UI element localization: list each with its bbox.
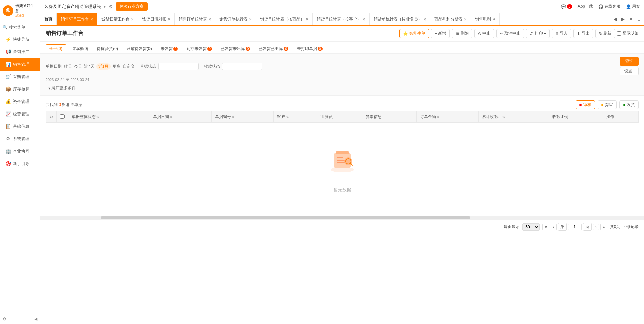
tab-scroll-right[interactable]: ▶ — [619, 16, 627, 22]
sidebar-item-corp[interactable]: 🏢 企业协同 — [0, 145, 40, 158]
smart-create-btn[interactable]: ⭐ 智能生单 — [399, 29, 429, 38]
stop-btn[interactable]: ⊘ 中止 — [474, 29, 494, 38]
tab-stat-product[interactable]: 销货单统计表（按商品） ✕ — [256, 13, 313, 25]
shortcut-1month[interactable]: 近1月 — [96, 63, 111, 70]
last-page-btn[interactable]: » — [600, 224, 607, 230]
subtab-all[interactable]: 全部(0) — [46, 44, 66, 53]
sidebar-item-system[interactable]: ⚙ 系统管理 — [0, 133, 40, 145]
delete-btn[interactable]: 🗑 删除 — [452, 29, 472, 38]
shortcut-yesterday[interactable]: 昨天 — [64, 64, 72, 69]
col-customer[interactable]: 客户⇅ — [274, 111, 317, 123]
col-settings[interactable]: ⚙ — [46, 111, 57, 123]
close-tab-cash-clear[interactable]: ✕ — [131, 17, 134, 21]
close-tab-cash-reconcile[interactable]: ✕ — [168, 17, 170, 21]
tab-sales-stat[interactable]: 销售订单统计表 ✕ — [175, 13, 215, 25]
close-tab-sales-exec[interactable]: ✕ — [249, 17, 252, 21]
tab-sales-exec[interactable]: 销售订单执行表 ✕ — [215, 13, 256, 25]
next-page-btn[interactable]: › — [593, 224, 599, 230]
sidebar-item-capital[interactable]: 💰 资金管理 — [0, 95, 40, 108]
cancel-stop-btn[interactable]: ↩ 取消中止 — [496, 29, 524, 38]
subtab-overdue-not-shipped[interactable]: 到期未发货0 — [183, 44, 216, 53]
col-date[interactable]: 单据日期⇅ — [149, 111, 211, 123]
close-tab-stat-staff[interactable]: ✕ — [423, 17, 426, 21]
expand-filter-btn[interactable]: ▾ 展开更多条件 — [46, 84, 639, 92]
subtab-shipped-out[interactable]: 已发货已出库0 — [255, 44, 292, 53]
refresh-btn[interactable]: ↻ 刷新 — [595, 29, 615, 38]
export-btn[interactable]: ⬇ 导出 — [573, 29, 593, 38]
show-detail-checkbox-container[interactable]: 显示明细 — [617, 31, 639, 36]
data-table: ⚙ 单据整体状态⇅ 单据日期⇅ 单据编号⇅ 客户⇅ 业务员 异常信息 订单金额⇅… — [46, 111, 639, 213]
tab-cash-clear[interactable]: 钱货日清工作台 ✕ — [97, 13, 138, 25]
select-all-checkbox[interactable] — [60, 114, 65, 119]
shortcut-7days[interactable]: 近7天 — [84, 64, 94, 69]
messages-icon[interactable]: 💬 6 — [561, 4, 572, 9]
query-btn[interactable]: 查询 — [620, 57, 639, 66]
close-tab-stat-customer[interactable]: ✕ — [362, 17, 365, 21]
shortcut-today[interactable]: 今天 — [74, 64, 82, 69]
system-dropdown-icon[interactable]: ▾ — [104, 4, 106, 9]
tab-stat-staff[interactable]: 销货单统计表（按业务员） ✕ — [370, 13, 430, 25]
close-tab-stat-product[interactable]: ✕ — [306, 17, 308, 21]
experience-btn[interactable]: 体验行业方案 — [116, 2, 148, 11]
col-checkbox[interactable] — [57, 111, 68, 123]
subtab-shipped-not-out[interactable]: 已发货未出库0 — [217, 44, 254, 53]
tab-stat-customer[interactable]: 销货单统计表（按客户） ✕ — [313, 13, 370, 25]
tab-sales-workbench[interactable]: 销售订单工作台 ✕ — [57, 13, 97, 25]
table-header-row: 共找到 0条 相关单据 审核 弃审 发货 — [46, 98, 639, 111]
col-amount[interactable]: 订单金额⇅ — [416, 111, 478, 123]
doc-status-select[interactable] — [158, 63, 199, 70]
subtab-pending-review[interactable]: 待审核(0) — [68, 44, 92, 53]
settings-gear-icon[interactable]: ⚙ — [109, 4, 113, 9]
col-number[interactable]: 单据编号⇅ — [211, 111, 273, 123]
horizontal-scrollbar[interactable] — [40, 216, 644, 220]
review-btn[interactable]: 审核 — [576, 100, 595, 109]
shortcut-more[interactable]: 更多 — [113, 64, 121, 69]
close-tab-sales-detail[interactable]: ✕ — [492, 17, 495, 21]
per-page-select[interactable]: 10 20 50 100 — [522, 223, 540, 231]
sidebar-item-marketing[interactable]: 📢 营销推广 — [0, 46, 40, 58]
tab-cash-reconcile[interactable]: 钱货日清对账 ✕ — [138, 13, 175, 25]
subtab-wangpu[interactable]: 旺铺待发货(0) — [123, 44, 156, 53]
payment-status-select[interactable] — [222, 63, 262, 70]
purchase-icon: 🛒 — [5, 74, 11, 79]
sidebar-item-quick-nav[interactable]: ⚡ 快捷导航 — [0, 33, 40, 46]
settings-icon[interactable]: ⚙ — [3, 317, 6, 321]
add-btn[interactable]: + 新增 — [431, 29, 450, 38]
subtab-not-shipped[interactable]: 未发货0 — [157, 44, 182, 53]
sidebar-item-operation[interactable]: 📈 经营管理 — [0, 108, 40, 120]
subtab-pending-inspect[interactable]: 待拣验货(0) — [93, 44, 122, 53]
close-tab-sales-stat[interactable]: ✕ — [208, 17, 211, 21]
online-service[interactable]: 🎧 在线客服 — [598, 4, 620, 9]
sidebar-item-basic[interactable]: 📋 基础信息 — [0, 120, 40, 133]
cancel-review-btn[interactable]: 弃审 — [598, 100, 617, 109]
sidebar-item-guide[interactable]: 🎯 新手引导 — [0, 158, 40, 170]
collapse-icon[interactable]: ◀ — [34, 317, 37, 321]
tab-sales-detail[interactable]: 销售毛利 ✕ — [471, 13, 500, 25]
sidebar-item-sales[interactable]: 📊 销售管理 — [0, 58, 40, 71]
expand-tabs[interactable]: ⊡ — [635, 16, 643, 22]
col-salesman[interactable]: 业务员 — [317, 111, 362, 123]
app-download[interactable]: App下载 — [578, 4, 593, 9]
close-tab-sales-workbench[interactable]: ✕ — [90, 17, 93, 21]
import-btn[interactable]: ⬆ 导入 — [552, 29, 571, 38]
ship-btn[interactable]: 发货 — [619, 100, 639, 109]
prev-page-btn[interactable]: ‹ — [551, 224, 557, 230]
subtab-not-printed[interactable]: 未打印单据0 — [293, 44, 326, 53]
setting-btn[interactable]: 设置 — [620, 67, 639, 75]
first-page-btn[interactable]: « — [542, 224, 549, 230]
tab-gross-margin[interactable]: 商品毛利分析表 ✕ — [430, 13, 471, 25]
sidebar-item-inventory[interactable]: 📦 库存核算 — [0, 83, 40, 95]
page-input[interactable] — [568, 224, 582, 230]
user-info[interactable]: 👤 用友 — [626, 4, 640, 9]
print-btn[interactable]: 🖨 打印 ▾ — [526, 29, 550, 38]
tab-scroll-left[interactable]: ◀ — [612, 16, 619, 22]
show-detail-checkbox[interactable] — [617, 31, 621, 36]
sidebar-search[interactable]: 🔍 搜索菜单 — [0, 22, 40, 33]
sidebar-item-purchase[interactable]: 🛒 采购管理 — [0, 71, 40, 83]
close-tab-gross-margin[interactable]: ✕ — [464, 17, 467, 21]
close-all-tabs[interactable]: ✕ — [627, 16, 635, 22]
scrollbar-thumb[interactable] — [101, 216, 470, 219]
shortcut-custom[interactable]: 自定义 — [123, 64, 135, 69]
col-received[interactable]: 累计收款...⇅ — [478, 111, 549, 123]
tab-home[interactable]: 首页 — [40, 13, 57, 25]
